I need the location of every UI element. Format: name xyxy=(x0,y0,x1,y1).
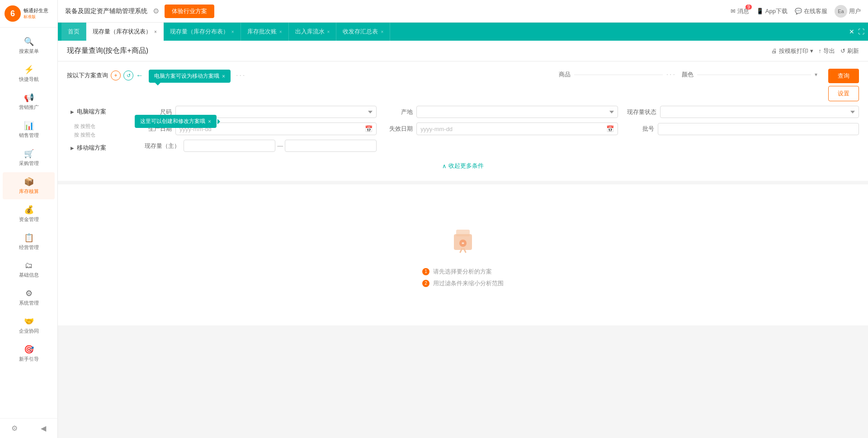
tab-close-inventory-status[interactable]: × xyxy=(154,29,157,34)
stock-status-label: 现存量状态 xyxy=(627,108,656,116)
sidebar-item-system[interactable]: ⚙ 系统管理 xyxy=(3,284,55,311)
page-content: 现存量查询(按仓库+商品) 🖨 按模板打印 ▾ ↑ 导出 ↺ 刷新 xyxy=(58,41,868,438)
print-icon: 🖨 xyxy=(771,47,777,54)
tab-batch[interactable]: 库存批次账 × xyxy=(241,23,289,41)
collapse-conditions-button[interactable]: ∧ 收起更多条件 xyxy=(67,158,859,174)
tooltip2-close[interactable]: × xyxy=(208,118,211,125)
tooltip-scheme-edit: 这里可以创建和修改方案哦 × xyxy=(135,115,217,128)
step1-number: 1 xyxy=(422,268,429,275)
refresh-button[interactable]: ↺ 刷新 xyxy=(840,47,859,55)
search-button[interactable]: 查询 xyxy=(828,69,859,83)
stock-qty-min[interactable] xyxy=(184,140,275,152)
sales-icon: 📊 xyxy=(24,121,34,131)
sidebar-item-operations[interactable]: 📋 经营管理 xyxy=(3,228,55,255)
expiry-date-calendar-icon[interactable]: 📅 xyxy=(606,125,614,132)
batch-input[interactable] xyxy=(658,123,859,135)
prod-date-calendar-icon[interactable]: 📅 xyxy=(365,125,373,132)
quick-nav-icon: ⚡ xyxy=(24,65,34,75)
online-service-item[interactable]: 💬 在线客服 xyxy=(795,7,827,15)
mobile-scheme-item[interactable]: ▶ 移动端方案 xyxy=(71,142,139,154)
sidebar-item-inventory[interactable]: 📦 库存核算 xyxy=(3,172,55,199)
sidebar-item-purchase[interactable]: 🛒 采购管理 xyxy=(3,144,55,171)
finance-icon: 💰 xyxy=(24,205,34,215)
svg-rect-1 xyxy=(456,230,470,236)
filter-row-batch: 批号 xyxy=(627,122,859,135)
stock-qty-max[interactable] xyxy=(285,140,377,152)
tab-inventory-dist[interactable]: 现存量（库存分布表） × xyxy=(164,23,241,41)
system-name: 装备及固定资产辅助管理系统 xyxy=(65,7,147,15)
print-dropdown-icon: ▾ xyxy=(810,47,813,54)
service-icon: 💬 xyxy=(795,8,802,14)
print-template-button[interactable]: 🖨 按模板打印 ▾ xyxy=(771,47,813,55)
filter-area: 按以下方案查询 + ↺ ← 电脑方案可设为移动方案哦 × ··· xyxy=(58,61,868,181)
field-dots-1: ··· xyxy=(236,71,246,80)
search-nav-icon: 🔍 xyxy=(24,37,34,47)
tab-summary[interactable]: 收发存汇总表 × xyxy=(336,23,390,41)
purchase-icon: 🛒 xyxy=(24,149,34,159)
tooltip1-close[interactable]: × xyxy=(222,73,225,80)
tab-close-inventory-dist[interactable]: × xyxy=(231,29,234,34)
header-settings-icon[interactable]: ⚙ xyxy=(153,7,159,15)
pc-scheme-arrow: ▶ xyxy=(71,109,74,114)
experience-button[interactable]: 体验行业方案 xyxy=(165,5,214,18)
set-button[interactable]: 设置 xyxy=(828,86,859,101)
mobile-scheme-arrow: ▶ xyxy=(71,146,74,151)
operations-icon: 📋 xyxy=(24,233,34,243)
system-icon: ⚙ xyxy=(25,288,33,298)
pc-scheme-item[interactable]: ▶ 电脑端方案 xyxy=(71,106,139,118)
marketing-icon: 📢 xyxy=(24,93,34,103)
filter-row-origin: 产地 xyxy=(386,106,618,118)
tab-fullscreen-icon[interactable]: ⛶ xyxy=(858,28,864,35)
expiry-date-label: 失效日期 xyxy=(386,125,413,133)
user-item[interactable]: Ea 用户 xyxy=(835,5,861,18)
sidebar-item-quick-nav[interactable]: ⚡ 快捷导航 xyxy=(3,60,55,87)
message-item[interactable]: ✉ 消息 9 xyxy=(731,7,749,15)
header-right: ✉ 消息 9 📱 App下载 💬 在线客服 Ea 用户 xyxy=(731,5,861,18)
origin-label: 产地 xyxy=(386,108,413,116)
inventory-icon: 📦 xyxy=(24,177,34,187)
stock-status-select[interactable] xyxy=(660,106,859,118)
page-header: 现存量查询(按仓库+商品) 🖨 按模板打印 ▾ ↑ 导出 ↺ 刷新 xyxy=(58,41,868,61)
tab-home[interactable]: 首页 xyxy=(61,23,86,41)
sidebar-item-marketing[interactable]: 📢 营销推广 xyxy=(3,88,55,115)
sidebar-item-search[interactable]: 🔍 搜索菜单 xyxy=(3,32,55,59)
expiry-date-input[interactable]: yyyy-mm-dd 📅 xyxy=(416,122,618,135)
stock-qty-range: — xyxy=(184,140,377,152)
sub-label-1: 按 按照仓 xyxy=(74,123,139,130)
tab-inventory-status[interactable]: 现存量（库存状况表） × xyxy=(86,23,164,41)
scheme-arrow-icon[interactable]: ← xyxy=(136,71,143,80)
tab-inout[interactable]: 出入库流水 × xyxy=(289,23,337,41)
origin-select[interactable] xyxy=(416,106,618,118)
filter-row-stock-status: 现存量状态 xyxy=(627,106,859,118)
app-download-item[interactable]: 📱 App下载 xyxy=(756,7,788,15)
sub-label-2: 按 按照仓 xyxy=(74,132,139,138)
sidebar-item-enterprise[interactable]: 🤝 企业协同 xyxy=(3,312,55,339)
sidebar-logo: 6 畅通好生意 标准版 xyxy=(0,0,57,28)
guide-icon: 🎯 xyxy=(24,344,34,354)
export-button[interactable]: ↑ 导出 xyxy=(819,47,835,55)
sidebar-item-basic-info[interactable]: 🗂 基础信息 xyxy=(3,256,55,283)
product-label: 商品 xyxy=(559,71,571,79)
collapse-sidebar-icon[interactable]: ◀ xyxy=(41,424,46,433)
sidebar-item-guide[interactable]: 🎯 新手引导 xyxy=(3,340,55,367)
filter-tree-mobile: 按 按照仓 按 按照仓 ▶ 移动端方案 xyxy=(71,123,139,154)
color-dropdown-icon[interactable]: ▾ xyxy=(815,71,817,78)
empty-steps: 1 请先选择要分析的方案 2 用过滤条件来缩小分析范围 xyxy=(422,266,504,289)
tab-close-batch[interactable]: × xyxy=(279,29,282,34)
basic-info-icon: 🗂 xyxy=(25,261,33,270)
tab-close-all-icon[interactable]: ✕ xyxy=(849,28,854,35)
tab-close-inout[interactable]: × xyxy=(327,29,330,34)
filter-row-expiry-date: 失效日期 yyyy-mm-dd 📅 xyxy=(386,122,618,135)
sidebar: 6 畅通好生意 标准版 🔍 搜索菜单 ⚡ 快捷导航 📢 营销推广 📊 销售管理 … xyxy=(0,0,58,438)
sidebar-nav: 🔍 搜索菜单 ⚡ 快捷导航 📢 营销推广 📊 销售管理 🛒 采购管理 📦 库存核… xyxy=(0,28,57,418)
sidebar-item-finance[interactable]: 💰 资金管理 xyxy=(3,200,55,227)
reset-scheme-button[interactable]: ↺ xyxy=(123,71,133,80)
message-icon: ✉ xyxy=(731,8,736,14)
add-scheme-button[interactable]: + xyxy=(111,71,121,80)
sidebar-item-sales[interactable]: 📊 销售管理 xyxy=(3,116,55,143)
batch-label: 批号 xyxy=(627,125,654,133)
settings-bottom-icon[interactable]: ⚙ xyxy=(11,424,18,433)
tab-close-summary[interactable]: × xyxy=(381,29,383,34)
user-avatar: Ea xyxy=(835,5,847,18)
filter-section-title: 按以下方案查询 xyxy=(67,71,108,80)
